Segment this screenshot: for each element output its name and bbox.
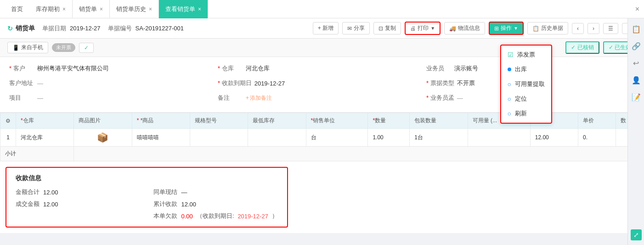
dropdown-locate[interactable]: ○ 定位: [501, 91, 551, 106]
sidebar-expand-icon[interactable]: ⤢: [631, 229, 642, 240]
logistics-button[interactable]: 🚚 物流信息: [444, 22, 485, 34]
new-button[interactable]: + 新增: [313, 22, 339, 34]
payment-due-date: 2019-12-27: [237, 213, 268, 220]
check-circle-icon2: ✓: [609, 44, 613, 51]
prev-button[interactable]: ‹: [572, 23, 584, 34]
tab-close-inventory[interactable]: ×: [62, 6, 66, 12]
payment-total-label: 金额合计: [16, 188, 40, 196]
tab-history[interactable]: 销货单历史 ×: [110, 0, 159, 18]
payment-title: 收款信息: [16, 174, 278, 182]
copy-button[interactable]: ⊡ 复制: [373, 22, 401, 34]
address-value: —: [37, 80, 43, 87]
invoice-button[interactable]: 未开票: [52, 43, 75, 52]
print-button[interactable]: 🖨 打印 ▼: [405, 22, 441, 35]
next-button[interactable]: ›: [588, 23, 599, 34]
th-unit: *销售单位: [306, 113, 368, 129]
tab-view-sales[interactable]: 查看销货单 ×: [159, 0, 208, 18]
customer-label: 客户: [9, 64, 34, 73]
doc-title: ↻ 销货单: [7, 24, 35, 33]
sidebar-return-icon[interactable]: ↩: [631, 57, 641, 69]
share-icon: ✉: [347, 25, 352, 32]
th-qty: *数量: [368, 113, 410, 129]
history-button[interactable]: 📋 历史单据: [527, 22, 568, 34]
ticket-label: 票据类型: [426, 79, 454, 87]
checkbox-icon: ☑: [508, 51, 514, 58]
payment-date-label: 收款到期日: [218, 79, 252, 87]
payment-total-value: 12.00: [43, 189, 58, 196]
print-icon: 🖨: [410, 25, 416, 32]
payment-grid: 金额合计 12.00 同单现结 — 成交金额 12.00 累计收款 12.00 …: [16, 188, 278, 220]
row-image: 📦: [74, 129, 132, 147]
payment-cumulative-label: 累计收款: [153, 200, 177, 208]
check-icon: ✓: [84, 45, 89, 51]
th-warehouse: *仓库: [16, 113, 74, 129]
payment-same-order: 同单现结 —: [153, 188, 277, 196]
employee-value: 演示账号: [454, 64, 478, 73]
dropdown-outbound[interactable]: 出库: [501, 62, 551, 77]
sales-value: —: [457, 95, 463, 102]
payment-deal-value: 12.00: [43, 201, 58, 208]
meta-date-label: 单据日期 2019-12-27: [42, 24, 101, 33]
dropdown-add-invoice[interactable]: ☑ 添发票: [501, 47, 551, 62]
payment-same-value: —: [181, 189, 187, 196]
sidebar-edit-icon[interactable]: 📝: [630, 91, 643, 103]
ticket-value: 不开票: [457, 79, 475, 87]
dot-outbound-icon: [508, 68, 511, 71]
tab-close-view[interactable]: ×: [198, 6, 201, 12]
history-icon: 📋: [532, 25, 539, 32]
warehouse-value: 河北仓库: [246, 64, 270, 73]
add-remark-button[interactable]: + 添加备注: [246, 94, 272, 102]
ops-dropdown-menu: ☑ 添发票 出库 ○ 可用量提取 ○ 定位 ○ 刷新: [500, 45, 552, 124]
doc-header: ↻ 销货单 单据日期 2019-12-27 单据编号 SA-20191227-0…: [0, 18, 644, 39]
list-view-icon: ☰: [608, 25, 613, 32]
circle-locate-icon: ○: [508, 95, 511, 103]
ops-icon: ⊞: [494, 25, 499, 32]
subtotal-cells: [74, 147, 644, 161]
ops-button[interactable]: ⊞ 操作 ▼: [489, 22, 524, 35]
tab-bar: 首页 库存期初 × 销货单 × 销货单历史 × 查看销货单 × ×: [0, 0, 644, 18]
row-available: [468, 129, 530, 147]
tab-home[interactable]: 首页: [5, 5, 29, 13]
share-button[interactable]: ✉ ✉ 分享 分享: [342, 22, 370, 34]
payment-deal-label: 成交金额: [16, 200, 40, 208]
address-label: 客户地址: [9, 79, 34, 87]
copy-icon: ⊡: [378, 25, 383, 32]
payment-due-label: 本单欠款: [153, 212, 177, 220]
customer-field: 客户 柳州粤港平安气体有限公司: [9, 64, 218, 73]
sidebar-link-icon[interactable]: 🔗: [630, 40, 643, 52]
sold-status-button[interactable]: ✓ 已核销: [565, 41, 599, 54]
sidebar-doc-icon[interactable]: 📋: [630, 23, 643, 35]
tab-close-history[interactable]: ×: [149, 6, 152, 12]
close-all-button[interactable]: ×: [635, 5, 639, 13]
th-price: 单价: [578, 113, 616, 129]
phone-button[interactable]: 📱 来自手机: [7, 42, 48, 53]
tab-close-sales[interactable]: ×: [100, 6, 103, 12]
gear-icon[interactable]: ⚙: [6, 118, 11, 124]
tab-sales[interactable]: 销货单 ×: [73, 0, 110, 18]
payment-same-label: 同单现结: [153, 188, 177, 196]
subtotal-row: 小计: [0, 147, 644, 161]
check-button[interactable]: ✓: [79, 43, 94, 53]
dropdown-available[interactable]: ○ 可用量提取: [501, 77, 551, 91]
address-field: 客户地址 —: [9, 79, 218, 87]
dropdown-refresh[interactable]: ○ 刷新: [501, 106, 551, 121]
row-unit: 台: [306, 129, 368, 147]
payment-due-note: （收款到期日:: [197, 212, 234, 220]
tab-inventory[interactable]: 库存期初 ×: [29, 0, 73, 18]
th-pack-qty: 包装数量: [410, 113, 468, 129]
payment-due: 本单欠款 0.00 （收款到期日: 2019-12-27 ）: [153, 212, 277, 220]
logistics-icon: 🚚: [449, 25, 456, 32]
circle-refresh-icon: ○: [508, 110, 511, 117]
meta-no-label: 单据编号 SA-20191227-001: [108, 24, 184, 33]
row-warehouse: 河北仓库: [16, 129, 74, 147]
remark-field: 备注 + 添加备注: [218, 94, 426, 102]
th-spec: 规格型号: [190, 113, 248, 129]
doc-meta: 单据日期 2019-12-27 单据编号 SA-20191227-001: [42, 24, 184, 33]
row-stock: 12.00: [530, 129, 578, 147]
warehouse-field: 仓库 河北仓库: [218, 64, 426, 73]
plus-icon: +: [246, 95, 249, 101]
th-gear: ⚙: [0, 113, 16, 129]
list-view-button[interactable]: ☰: [603, 23, 618, 34]
sidebar-user-icon[interactable]: 👤: [630, 74, 643, 86]
warehouse-label: 仓库: [218, 64, 243, 73]
